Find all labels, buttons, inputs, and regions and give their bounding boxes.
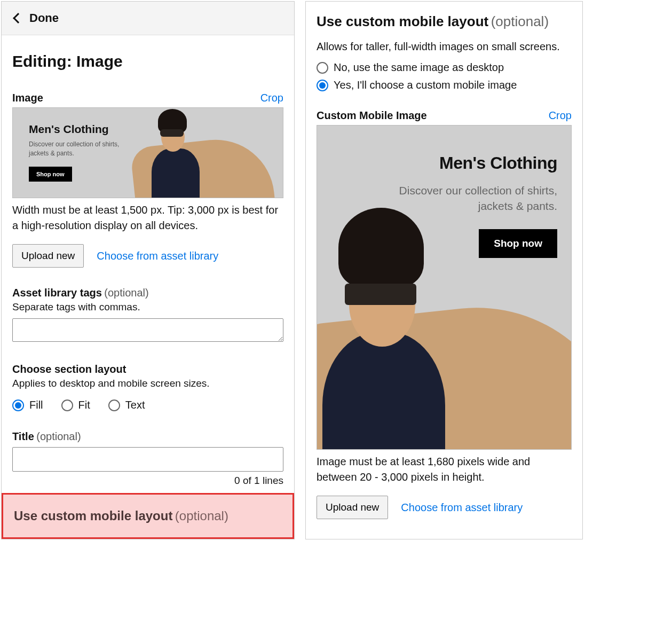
title-input[interactable] — [12, 447, 283, 472]
layout-label: Choose section layout — [12, 363, 283, 375]
layout-option-label: Fill — [29, 399, 43, 411]
radio-icon — [61, 400, 73, 411]
image-preview-desktop[interactable]: Men's Clothing Discover our collection o… — [12, 107, 283, 198]
image-hint: Width must be at least 1,500 px. Tip: 3,… — [12, 202, 283, 233]
custom-mobile-description: Allows for taller, full-width images on … — [317, 41, 572, 53]
layout-hint: Applies to desktop and mobile screen siz… — [12, 378, 283, 389]
mobile-option-yes[interactable]: Yes, I'll choose a custom mobile image — [317, 79, 572, 91]
radio-icon — [317, 80, 328, 91]
panel-header: Done — [2, 2, 294, 35]
back-icon[interactable] — [13, 13, 23, 24]
layout-option-fill[interactable]: Fill — [12, 399, 43, 411]
mobile-image-hint: Image must be at least 1,680 pixels wide… — [317, 454, 572, 485]
custom-mobile-section-highlight[interactable]: Use custom mobile layout (optional) — [2, 493, 294, 539]
layout-option-label: Fit — [78, 399, 90, 411]
custom-mobile-optional: (optional) — [175, 508, 228, 523]
custom-mobile-heading-optional: (optional) — [491, 13, 549, 29]
radio-icon — [108, 400, 120, 411]
banner-title: Men's Clothing — [392, 153, 557, 173]
banner-subtitle: Discover our collection of shirts, jacke… — [29, 140, 125, 158]
image-preview-mobile[interactable]: Men's Clothing Discover our collection o… — [317, 125, 572, 450]
title-field-label: Title — [12, 430, 34, 442]
editing-panel: Done Editing: Image Image Crop Men's Clo… — [1, 1, 295, 539]
model-illustration — [128, 107, 283, 198]
banner-cta: Shop now — [479, 229, 557, 258]
title-counter: 0 of 1 lines — [12, 475, 283, 487]
page-title: Editing: Image — [12, 52, 283, 71]
title-field-optional: (optional) — [36, 430, 81, 442]
banner-title: Men's Clothing — [29, 123, 125, 136]
custom-mobile-panel: Use custom mobile layout (optional) Allo… — [305, 1, 583, 539]
layout-option-fit[interactable]: Fit — [61, 399, 90, 411]
crop-link[interactable]: Crop — [260, 92, 283, 104]
mobile-choose-asset-link[interactable]: Choose from asset library — [401, 502, 523, 514]
layout-option-label: Text — [125, 399, 145, 411]
image-label: Image — [12, 92, 43, 104]
mobile-upload-new-button[interactable]: Upload new — [317, 496, 388, 519]
custom-mobile-label: Use custom mobile layout — [14, 508, 172, 523]
done-button[interactable]: Done — [29, 11, 59, 25]
tags-optional: (optional) — [104, 287, 148, 299]
mobile-crop-link[interactable]: Crop — [549, 109, 572, 122]
radio-label: Yes, I'll choose a custom mobile image — [334, 79, 517, 91]
tags-label: Asset library tags — [12, 287, 102, 299]
tags-hint: Separate tags with commas. — [12, 301, 283, 313]
radio-icon — [12, 400, 24, 411]
mobile-option-no[interactable]: No, use the same image as desktop — [317, 61, 572, 74]
banner-cta: Shop now — [29, 167, 72, 182]
radio-label: No, use the same image as desktop — [334, 61, 504, 74]
banner-subtitle: Discover our collection of shirts, jacke… — [392, 183, 557, 214]
upload-new-button[interactable]: Upload new — [12, 244, 84, 268]
radio-icon — [317, 62, 328, 74]
custom-mobile-heading: Use custom mobile layout — [317, 13, 488, 29]
mobile-image-label: Custom Mobile Image — [317, 109, 427, 122]
choose-asset-link[interactable]: Choose from asset library — [97, 250, 218, 262]
layout-option-text[interactable]: Text — [108, 399, 145, 411]
tags-input[interactable] — [12, 318, 283, 342]
